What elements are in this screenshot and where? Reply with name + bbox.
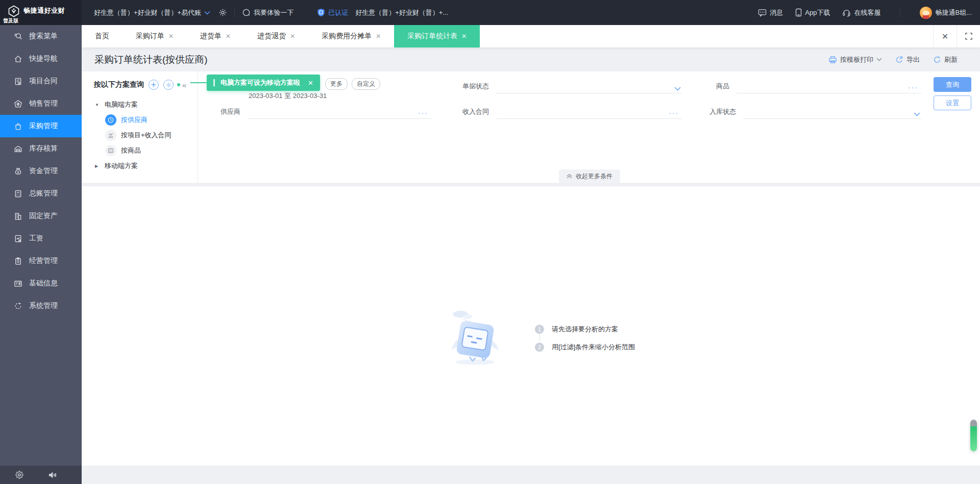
- hint-badge-2: 2: [535, 343, 544, 352]
- sidebar-item-general-ledger[interactable]: 总账管理: [0, 182, 82, 205]
- certified-products-text: 好生意（普）+好业财（普）+...: [355, 8, 448, 17]
- tab-home[interactable]: 首页: [82, 25, 122, 47]
- collapse-panel-icon[interactable]: «: [182, 81, 186, 89]
- building-icon: [14, 212, 22, 221]
- product-switcher[interactable]: 好生意（普）+好业财（普）+易代账: [94, 8, 210, 17]
- close-tab-icon[interactable]: ✕: [226, 33, 231, 40]
- ellipsis-picker-icon[interactable]: ···: [418, 109, 428, 116]
- sidebar-item-sales[interactable]: 销售管理: [0, 92, 82, 115]
- refresh-icon: [933, 56, 941, 64]
- phone-icon: [795, 8, 802, 17]
- sidebar-item-purchase[interactable]: 采购管理: [0, 115, 82, 137]
- field-supplier: 供应商 ···: [220, 105, 431, 119]
- search-icon: [14, 32, 22, 41]
- tooltip-close-icon[interactable]: ✕: [308, 79, 313, 87]
- settings-button[interactable]: 设置: [934, 95, 971, 110]
- certified-badge[interactable]: 已认证: [317, 8, 348, 17]
- shopping-bag-icon: [14, 122, 22, 131]
- sidebar-item-salary[interactable]: 工资: [0, 227, 82, 250]
- ledger-icon: [14, 189, 22, 198]
- sidebar-item-base-info[interactable]: 基础信息: [0, 272, 82, 295]
- goods-picker[interactable]: ···: [737, 80, 921, 93]
- scheme-panel-title: 按以下方案查询: [94, 80, 144, 89]
- mute-speaker-icon[interactable]: [48, 471, 57, 479]
- tab-bar: 首页 采购订单✕ 进货单✕ 进货退货✕ 采购费用分摊单✕ 采购订单统计表✕ ✕: [82, 25, 980, 47]
- brand-icon: [7, 5, 20, 18]
- messages-button[interactable]: 消息: [758, 8, 783, 17]
- hint-badge-1: 1: [535, 325, 544, 334]
- close-tab-icon[interactable]: ✕: [376, 33, 381, 40]
- refresh-button[interactable]: 刷新: [933, 55, 958, 64]
- close-tab-icon[interactable]: ✕: [168, 33, 174, 40]
- tab-purchase-expense[interactable]: 采购费用分摊单✕: [308, 25, 394, 47]
- scheme-tree: ▼ 电脑端方案 按供应商: [82, 97, 198, 174]
- tree-item-by-supplier[interactable]: 按供应商: [82, 112, 198, 128]
- sales-icon: [14, 100, 22, 108]
- tree-item-by-goods[interactable]: 按商品: [82, 143, 198, 158]
- doc-status-select[interactable]: [496, 80, 682, 93]
- tree-group-mobile[interactable]: ▶ 移动端方案: [82, 158, 198, 174]
- account-name: 畅捷通B组...: [935, 8, 972, 17]
- date-pill-custom[interactable]: 自定义: [352, 78, 380, 90]
- sidebar-item-project-contract[interactable]: 项目合同: [0, 70, 82, 92]
- tree-item-by-project-contract[interactable]: 按项目+收入合同: [82, 128, 198, 143]
- experience-link[interactable]: 我要体验一下: [242, 8, 293, 17]
- date-range-value[interactable]: 2023-03-01 至 2023-03-31: [249, 91, 327, 101]
- certified-shield-icon: [317, 8, 325, 17]
- inbound-status-select[interactable]: [743, 105, 921, 119]
- account-menu[interactable]: 畅捷通B组...: [920, 7, 972, 19]
- field-doc-status: 单据状态: [462, 80, 682, 93]
- divider: [234, 9, 235, 17]
- sidebar-item-inventory[interactable]: 库存核算: [0, 137, 82, 160]
- plus-icon: [151, 82, 156, 87]
- tab-purchase-order-stats[interactable]: 采购订单统计表✕: [394, 25, 480, 47]
- tooltip-anchor-dot: [177, 83, 180, 86]
- page-header: 采购订单统计表(按供应商) 按模板打印 导出 刷新: [82, 47, 980, 71]
- app-download-button[interactable]: App下载: [795, 8, 830, 17]
- home-icon: [14, 55, 22, 63]
- sidebar-item-quick-nav[interactable]: 快捷导航: [0, 47, 82, 70]
- close-tab-icon[interactable]: ✕: [461, 33, 467, 40]
- query-button[interactable]: 查询: [934, 77, 971, 92]
- caret-collapsed-icon: ▶: [95, 164, 100, 168]
- add-scheme-button[interactable]: [149, 80, 159, 90]
- export-button[interactable]: 导出: [895, 55, 920, 64]
- clipboard-icon: [14, 257, 22, 265]
- collapse-more-conditions[interactable]: 收起更多条件: [559, 170, 620, 183]
- sidebar-nav: 搜索菜单 快捷导航 项目合同 销售管理 采购管理 库存核算 资: [0, 25, 82, 484]
- product-settings-gear-icon[interactable]: [218, 8, 227, 17]
- date-pill-more[interactable]: 更多: [325, 78, 348, 90]
- fullscreen-icon: [965, 33, 972, 40]
- contract-icon: [14, 77, 22, 86]
- sidebar-item-funds[interactable]: 资金管理: [0, 160, 82, 182]
- ellipsis-picker-icon[interactable]: ···: [908, 84, 918, 91]
- field-income-contract: 收入合同 ···: [462, 105, 682, 119]
- scheme-settings-button[interactable]: [163, 80, 174, 90]
- settings-gear-icon[interactable]: [15, 471, 23, 479]
- sidebar-item-search-menu[interactable]: 搜索菜单: [0, 25, 82, 47]
- online-service-button[interactable]: 在线客服: [842, 8, 880, 17]
- fullscreen-button[interactable]: [957, 25, 980, 47]
- side-feedback-handle[interactable]: [970, 420, 977, 451]
- hint-connector: [540, 334, 540, 341]
- sidebar-item-operation[interactable]: 经营管理: [0, 250, 82, 272]
- sidebar-item-system[interactable]: 系统管理: [0, 295, 82, 317]
- close-all-tabs-button[interactable]: ✕: [933, 25, 957, 47]
- close-tab-icon[interactable]: ✕: [290, 33, 295, 40]
- tab-purchase-return[interactable]: 进货退货✕: [244, 25, 308, 47]
- sidebar-item-fixed-assets[interactable]: 固定资产: [0, 205, 82, 227]
- printer-icon: [828, 56, 837, 64]
- ellipsis-picker-icon[interactable]: ···: [669, 109, 679, 116]
- income-contract-picker[interactable]: ···: [496, 105, 682, 119]
- print-by-template-button[interactable]: 按模板打印: [828, 55, 882, 64]
- chevron-down-icon: [204, 11, 210, 15]
- supplier-picker[interactable]: ···: [248, 105, 431, 119]
- tab-purchase-order[interactable]: 采购订单✕: [122, 25, 187, 47]
- user-avatar: [920, 7, 932, 19]
- brand-title: 畅捷通好业财: [23, 6, 65, 15]
- tree-group-pc[interactable]: ▼ 电脑端方案: [82, 97, 198, 112]
- money-bag-icon: [14, 167, 22, 176]
- tab-incoming-goods[interactable]: 进货单✕: [187, 25, 244, 47]
- chevron-down-icon: [876, 58, 882, 61]
- caret-expanded-icon: ▼: [95, 103, 100, 107]
